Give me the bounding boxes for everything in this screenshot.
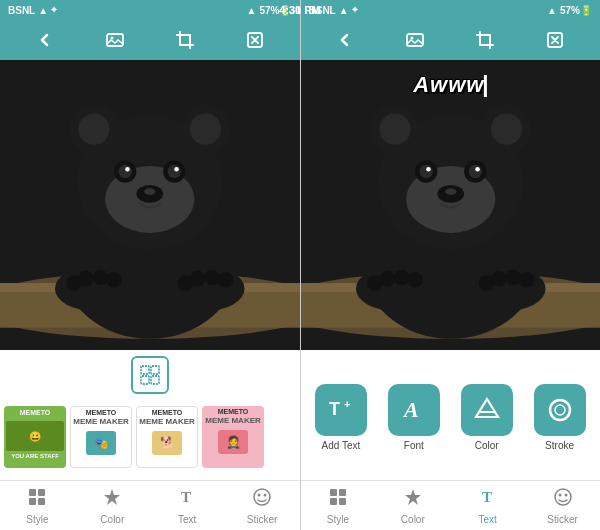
crop-button-left[interactable] [169,24,201,56]
meme-text-overlay[interactable]: Awww [413,72,487,98]
svg-point-70 [379,271,395,287]
wifi-icon-left: ⌖ [51,4,57,16]
battery-icon-right: 57%🔋 [560,5,592,16]
right-panel: BSNL ▲ ⌖ 4:31 PM ▲ 57%🔋 Awww [301,0,601,530]
svg-point-43 [258,493,261,496]
svg-marker-87 [405,489,421,505]
svg-point-57 [490,114,521,145]
tool-font[interactable]: A Font [377,384,450,451]
svg-point-26 [93,270,109,286]
nav-style-label-right: Style [327,514,349,525]
back-button-left[interactable] [29,24,61,56]
status-bar-left: BSNL ▲ ⌖ 4:30 PM ▲ 57%🔋 [0,0,300,20]
svg-marker-40 [104,489,120,505]
svg-point-67 [355,266,433,311]
left-panel: BSNL ▲ ⌖ 4:30 PM ▲ 57%🔋 [0,0,300,530]
nav-style-right[interactable]: Style [301,487,376,525]
signal-icon-left: ▲ [38,5,48,16]
svg-point-23 [166,266,244,311]
carrier-left: BSNL [8,5,35,16]
image-area-left[interactable] [0,60,300,350]
sticker-item-2[interactable]: MEMETO MEME MAKER 🎭 [70,406,132,468]
nav-text-label-left: Text [178,514,196,525]
status-bar-right: BSNL ▲ ⌖ 4:31 PM ▲ 57%🔋 [301,0,601,20]
nav-text-left[interactable]: T Text [150,487,225,525]
svg-point-22 [55,266,133,311]
svg-rect-84 [339,489,346,496]
export-button-right[interactable] [539,24,571,56]
nav-text-right[interactable]: T Text [450,487,525,525]
color-icon-box[interactable] [461,384,513,436]
bottom-nav-right: Style Color T Text Sticker [301,480,601,530]
stroke-label: Stroke [545,440,574,451]
status-left: BSNL ▲ ⌖ [8,4,57,16]
frame-icon-box[interactable] [131,356,169,394]
tool-color[interactable]: Color [450,384,523,451]
tool-add-text[interactable]: T + Add Text [305,384,378,451]
svg-point-17 [168,165,181,178]
svg-point-56 [379,114,410,145]
sticker-item-3[interactable]: MEMETO MEME MAKER 🐕 [136,406,198,468]
nav-color-left[interactable]: Color [75,487,150,525]
nav-text-label-right: Text [479,514,497,525]
add-text-icon-box[interactable]: T + [315,384,367,436]
time-right: 4:31 PM [279,4,321,16]
image-button-left[interactable] [99,24,131,56]
svg-point-68 [467,266,545,311]
svg-point-61 [419,165,432,178]
svg-point-42 [254,489,270,505]
svg-point-89 [555,489,571,505]
image-button-right[interactable] [399,24,431,56]
sticker-item-4[interactable]: MEMETO MEME MAKER 🤵 [202,406,264,468]
add-text-label: Add Text [322,440,361,451]
font-icon-box[interactable]: A [388,384,440,436]
svg-rect-39 [38,498,45,505]
svg-rect-34 [141,376,149,384]
tool-stroke[interactable]: Stroke [523,384,596,451]
sticker-item-1[interactable]: MEMETO 😀 YOU ARE STAFF [4,406,66,468]
svg-rect-36 [29,489,36,496]
frame-select-icon[interactable] [0,350,300,396]
svg-point-82 [555,405,565,415]
toolbar-left [0,20,300,60]
svg-text:T: T [181,489,191,505]
sticker-icon-left [252,487,272,512]
svg-point-29 [190,271,206,287]
svg-point-19 [174,167,178,171]
svg-point-62 [468,165,481,178]
nav-color-right[interactable]: Color [375,487,450,525]
nav-sticker-left[interactable]: Sticker [225,487,300,525]
svg-point-64 [475,167,479,171]
svg-rect-33 [151,366,159,374]
svg-text:T: T [329,399,340,419]
nav-sticker-label-right: Sticker [547,514,578,525]
svg-point-81 [550,400,570,420]
crop-button-right[interactable] [469,24,501,56]
bottom-section-right: T + Add Text A Font [301,350,601,480]
tool-grid: T + Add Text A Font [301,350,601,480]
image-area-right[interactable]: Awww [301,60,601,350]
export-button-left[interactable] [239,24,271,56]
nav-style-left[interactable]: Style [0,487,75,525]
svg-point-12 [190,114,221,145]
svg-rect-38 [29,498,36,505]
svg-point-25 [78,271,94,287]
svg-rect-32 [141,366,149,374]
nav-sticker-right[interactable]: Sticker [525,487,600,525]
svg-point-71 [393,270,409,286]
nav-icon-right: ▲ [547,5,557,16]
bottom-section-left: MEMETO 😀 YOU ARE STAFF MEMETO MEME MAKER… [0,350,300,480]
svg-rect-83 [330,489,337,496]
signal-icon-right: ▲ [339,5,349,16]
svg-rect-45 [407,34,423,46]
svg-point-72 [407,272,423,288]
sticker-strip[interactable]: MEMETO 😀 YOU ARE STAFF MEMETO MEME MAKER… [0,396,300,480]
wifi-icon-right: ⌖ [352,4,358,16]
stroke-icon-box[interactable] [534,384,586,436]
svg-point-27 [106,272,122,288]
text-cursor [484,75,487,97]
sticker-icon-right [553,487,573,512]
svg-point-31 [218,272,234,288]
back-button-right[interactable] [329,24,361,56]
toolbar-right [301,20,601,60]
